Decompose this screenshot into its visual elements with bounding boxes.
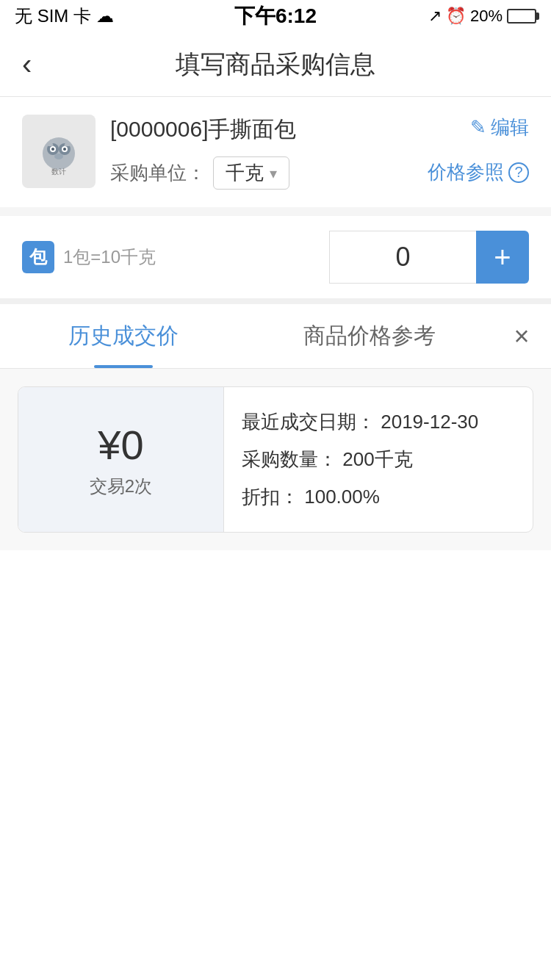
alarm-icon: ⏰ bbox=[446, 7, 466, 26]
purchase-qty-value: 200千克 bbox=[342, 448, 412, 470]
recent-date-label: 最近成交日期： bbox=[242, 411, 375, 433]
discount-label: 折扣： bbox=[242, 486, 299, 508]
price-ref-button[interactable]: 价格参照 ? bbox=[428, 159, 529, 185]
quantity-row: 包 1包=10千克 0 + bbox=[0, 216, 551, 298]
status-bar: 无 SIM 卡 ☁ 下午6:12 ↗ ⏰ 20% bbox=[0, 0, 551, 32]
recent-date-row: 最近成交日期： 2019-12-30 bbox=[242, 409, 515, 435]
status-time: 下午6:12 bbox=[234, 2, 317, 30]
card-price-section: ¥0 交易2次 bbox=[18, 387, 224, 532]
history-card: ¥0 交易2次 最近成交日期： 2019-12-30 采购数量： 200千克 折… bbox=[18, 386, 533, 533]
tab-close-button[interactable]: × bbox=[492, 321, 551, 352]
unit-selector[interactable]: 千克 ▾ bbox=[213, 156, 289, 190]
tab-history-price-label: 历史成交价 bbox=[68, 321, 179, 351]
price-symbol: ¥ bbox=[98, 422, 120, 468]
svg-point-7 bbox=[54, 154, 63, 159]
unit-convert-text: 1包=10千克 bbox=[63, 245, 156, 269]
card-price-value: ¥0 bbox=[98, 421, 143, 469]
product-section: 数计 [0000006]手撕面包 采购单位： 千克 ▾ ✎ 编辑 bbox=[0, 97, 551, 207]
edit-label: 编辑 bbox=[491, 115, 529, 140]
unit-label: 采购单位： bbox=[110, 160, 206, 186]
tab-bar: 历史成交价 商品价格参考 × bbox=[0, 304, 551, 369]
nav-bar: ‹ 填写商品采购信息 bbox=[0, 32, 551, 97]
svg-point-6 bbox=[63, 148, 66, 151]
bottom-space bbox=[0, 550, 551, 980]
quantity-plus-button[interactable]: + bbox=[476, 231, 529, 284]
quantity-input-row: 0 + bbox=[329, 231, 529, 284]
card-details-section: 最近成交日期： 2019-12-30 采购数量： 200千克 折扣： 100.0… bbox=[224, 387, 533, 532]
product-logo-icon: 数计 bbox=[33, 126, 84, 177]
discount-value: 100.00% bbox=[304, 486, 380, 508]
status-left: 无 SIM 卡 ☁ bbox=[15, 4, 114, 28]
status-right: ↗ ⏰ 20% bbox=[428, 7, 536, 26]
product-thumbnail: 数计 bbox=[22, 115, 96, 188]
tab-active-indicator bbox=[94, 365, 153, 368]
section-divider bbox=[0, 207, 551, 216]
edit-button[interactable]: ✎ 编辑 bbox=[470, 115, 529, 140]
back-button[interactable]: ‹ bbox=[22, 48, 66, 81]
recent-date-value: 2019-12-30 bbox=[381, 411, 478, 433]
card-trade-count: 交易2次 bbox=[90, 475, 152, 498]
location-icon: ↗ bbox=[428, 7, 442, 26]
discount-row: 折扣： 100.00% bbox=[242, 484, 515, 510]
sim-status: 无 SIM 卡 ☁ bbox=[15, 4, 114, 28]
purchase-qty-label: 采购数量： bbox=[242, 448, 337, 470]
product-info: [0000006]手撕面包 采购单位： 千克 ▾ bbox=[110, 115, 296, 190]
price-number: 0 bbox=[121, 422, 144, 468]
purchase-qty-row: 采购数量： 200千克 bbox=[242, 447, 515, 472]
tab-product-price-ref[interactable]: 商品价格参考 bbox=[246, 304, 492, 368]
product-name: [0000006]手撕面包 bbox=[110, 115, 296, 145]
unit-dropdown-icon: ▾ bbox=[270, 165, 277, 182]
battery-percent: 20% bbox=[470, 7, 503, 26]
battery-icon bbox=[507, 9, 536, 24]
unit-badge: 包 bbox=[22, 241, 54, 273]
unit-value: 千克 bbox=[226, 160, 264, 186]
edit-icon: ✎ bbox=[470, 116, 486, 139]
card-container: ¥0 交易2次 最近成交日期： 2019-12-30 采购数量： 200千克 折… bbox=[0, 369, 551, 550]
price-ref-help-icon: ? bbox=[508, 162, 529, 183]
tab-product-price-ref-label: 商品价格参考 bbox=[303, 321, 436, 351]
page-title: 填写商品采购信息 bbox=[176, 48, 375, 82]
svg-text:数计: 数计 bbox=[51, 167, 66, 176]
tab-section-divider bbox=[0, 298, 551, 304]
price-ref-label: 价格参照 bbox=[428, 159, 504, 185]
tab-history-price[interactable]: 历史成交价 bbox=[0, 304, 246, 368]
svg-point-5 bbox=[51, 148, 54, 151]
quantity-input[interactable]: 0 bbox=[329, 231, 476, 284]
